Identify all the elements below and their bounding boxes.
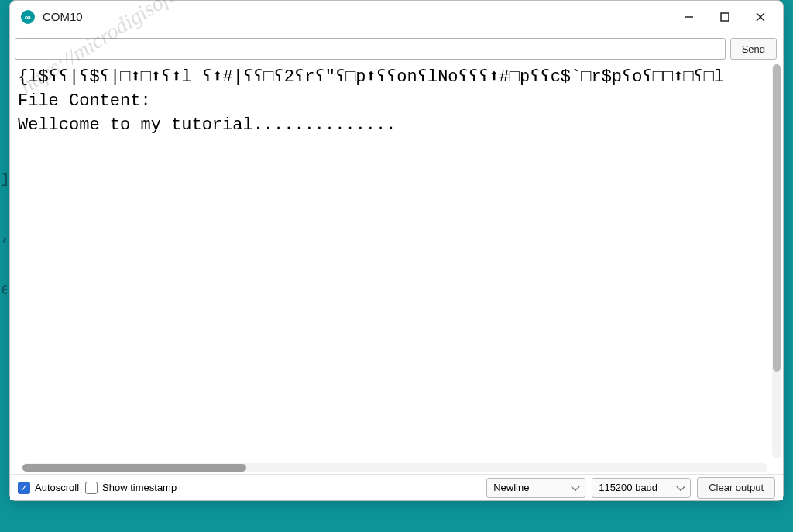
maximize-button[interactable]: [707, 5, 743, 29]
timestamp-checkbox[interactable]: Show timestamp: [85, 482, 177, 494]
console-line: {l$ʕʕ|ʕ$ʕ|□⬆□⬆ʕ⬆l ʕ⬆#|ʕʕ□ʕ2ʕrʕ"ʕ□p⬆ʕʕonʕ…: [18, 67, 724, 87]
close-button[interactable]: [743, 5, 778, 29]
window-title: COM10: [43, 10, 671, 23]
baud-rate-value: 115200 baud: [599, 482, 657, 493]
clear-output-button[interactable]: Clear output: [697, 477, 775, 499]
autoscroll-checkbox[interactable]: Autoscroll: [18, 482, 79, 494]
titlebar: ∞ COM10: [10, 1, 783, 33]
timestamp-label: Show timestamp: [102, 482, 177, 493]
vertical-scrollbar-thumb[interactable]: [773, 64, 781, 372]
footer-bar: Autoscroll Show timestamp Newline 115200…: [10, 474, 783, 500]
console-area: {l$ʕʕ|ʕ$ʕ|□⬆□⬆ʕ⬆l ʕ⬆#|ʕʕ□ʕ2ʕrʕ"ʕ□p⬆ʕʕonʕ…: [15, 64, 781, 474]
console-output: {l$ʕʕ|ʕ$ʕ|□⬆□⬆ʕ⬆l ʕ⬆#|ʕʕ□ʕ2ʕrʕ"ʕ□p⬆ʕʕonʕ…: [15, 64, 772, 474]
minimize-button[interactable]: [671, 5, 707, 29]
checkbox-icon: [18, 482, 30, 494]
console-line: Wellcome to my tutorial..............: [18, 115, 396, 135]
horizontal-scrollbar-thumb[interactable]: [22, 464, 246, 472]
serial-input[interactable]: [15, 38, 726, 60]
svg-rect-1: [721, 13, 729, 21]
background-code-peek: l , e: [1, 155, 7, 317]
checkbox-icon: [85, 482, 98, 494]
horizontal-scrollbar[interactable]: [22, 463, 767, 472]
arduino-icon: ∞: [21, 10, 35, 24]
line-ending-value: Newline: [493, 482, 529, 493]
line-ending-select[interactable]: Newline: [486, 478, 585, 498]
baud-rate-select[interactable]: 115200 baud: [592, 478, 691, 498]
console-line: File Content:: [18, 91, 151, 111]
serial-monitor-window: ∞ COM10 Send {l$ʕʕ|ʕ$ʕ|□⬆□⬆ʕ⬆l ʕ⬆#|ʕʕ□ʕ2…: [9, 0, 784, 501]
autoscroll-label: Autoscroll: [35, 482, 79, 493]
send-row: Send: [10, 33, 783, 64]
vertical-scrollbar[interactable]: [772, 64, 781, 458]
send-button[interactable]: Send: [730, 38, 777, 60]
